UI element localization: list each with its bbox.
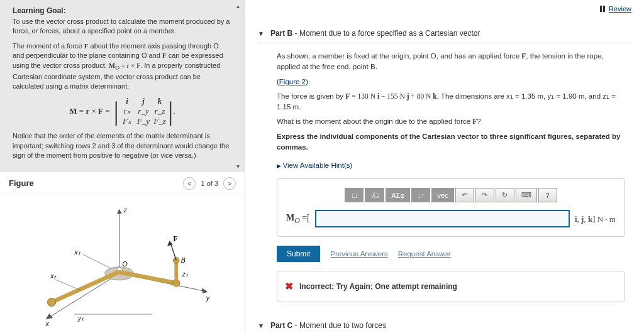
- feedback-text: Incorrect; Try Again; One attempt remain…: [299, 281, 457, 292]
- svg-text:y: y: [206, 295, 210, 302]
- tool-redo-button[interactable]: ↷: [475, 188, 494, 202]
- goal-paragraph-4: Notice that the order of the elements of…: [13, 131, 232, 160]
- goal-paragraph-2: The moment of a force F about the moment…: [13, 41, 232, 92]
- request-answer-link[interactable]: Request Answer: [398, 249, 451, 259]
- tool-help-button[interactable]: ?: [538, 188, 557, 202]
- learning-goal-section: ▴ ▾ Learning Goal: To use the vector cro…: [0, 0, 245, 172]
- figure-2-link[interactable]: (Figure 2): [277, 78, 308, 85]
- goal-paragraph-1: To use the vector cross product to calcu…: [13, 17, 232, 36]
- review-link[interactable]: Review: [258, 5, 631, 13]
- goal-scrollbar[interactable]: ▴ ▾: [233, 3, 242, 170]
- answer-box: □ √□ ΑΣφ ↓↑ vec ↶ ↷ ↻ ⌨ ? MO =[ i, j, k]…: [277, 178, 625, 237]
- part-c-title: Part C - Moment due to two forces: [270, 321, 386, 330]
- partb-instruction: Express the individual components of the…: [277, 131, 625, 153]
- matrix-equation: M = r × F = | ijk rₓr_yr_z FₓF_yF_z |.: [13, 96, 232, 126]
- answer-input-row: MO =[ i, j, k] N · m: [286, 210, 616, 227]
- tool-vec-button[interactable]: vec: [431, 188, 453, 202]
- submit-button[interactable]: Submit: [277, 246, 320, 262]
- learning-goal-heading: Learning Goal:: [13, 6, 232, 15]
- svg-text:O: O: [123, 260, 128, 267]
- part-b-title: Part B - Moment due to a force specified…: [270, 29, 480, 38]
- figure-next-button[interactable]: >: [223, 177, 236, 190]
- caret-down-icon: ▼: [258, 322, 264, 329]
- submit-row: Submit Previous Answers Request Answer: [277, 246, 625, 262]
- mo-label: MO =[: [286, 211, 310, 226]
- figure-diagram: z y x O B F x₁: [6, 202, 238, 327]
- part-b-body: As shown, a member is fixed at the origi…: [258, 51, 631, 308]
- svg-text:z: z: [123, 207, 127, 214]
- review-icon: [600, 6, 606, 12]
- svg-text:B: B: [181, 257, 186, 264]
- figure-prev-button[interactable]: <: [183, 177, 196, 190]
- svg-line-24: [55, 279, 80, 290]
- svg-marker-7: [46, 314, 53, 320]
- left-panel: ▴ ▾ Learning Goal: To use the vector cro…: [0, 0, 245, 333]
- partb-question: What is the moment about the origin due …: [277, 116, 625, 127]
- svg-line-12: [52, 272, 118, 302]
- figure-counter: 1 of 3: [201, 180, 218, 187]
- part-b-header[interactable]: ▼ Part B - Moment due to a force specifi…: [258, 24, 631, 43]
- tool-template-button[interactable]: □: [345, 188, 364, 202]
- scroll-down-icon[interactable]: ▾: [236, 163, 240, 170]
- svg-text:y₁: y₁: [77, 314, 84, 321]
- svg-text:x₁: x₁: [74, 248, 80, 255]
- partb-p1: As shown, a member is fixed at the origi…: [277, 51, 625, 73]
- figure-body: z y x O B F x₁: [0, 195, 245, 333]
- svg-text:x: x: [45, 320, 50, 327]
- partb-p2: The force is given by F = 130 N i − 155 …: [277, 91, 625, 113]
- previous-answers-link[interactable]: Previous Answers: [330, 249, 387, 259]
- figure-header: Figure < 1 of 3 >: [0, 172, 245, 195]
- svg-marker-4: [202, 288, 208, 293]
- svg-point-13: [47, 298, 55, 306]
- tool-sqrt-button[interactable]: √□: [365, 188, 384, 202]
- equation-toolbar: □ √□ ΑΣφ ↓↑ vec ↶ ↷ ↻ ⌨ ?: [286, 188, 616, 202]
- svg-line-6: [47, 273, 119, 318]
- figure-title: Figure: [9, 178, 34, 188]
- tool-reset-button[interactable]: ↻: [496, 188, 514, 202]
- figure-nav: < 1 of 3 >: [183, 177, 236, 190]
- unit-label: i, j, k] N · m: [575, 213, 616, 226]
- svg-marker-20: [167, 240, 173, 246]
- svg-text:x₂: x₂: [50, 272, 57, 279]
- scroll-up-icon[interactable]: ▴: [236, 3, 240, 9]
- view-hints-link[interactable]: View Available Hint(s): [277, 160, 352, 171]
- svg-text:z₁: z₁: [182, 271, 188, 278]
- answer-input[interactable]: [315, 210, 570, 227]
- part-c-header[interactable]: ▼ Part C - Moment due to two forces: [258, 316, 631, 333]
- svg-text:F: F: [173, 234, 177, 242]
- svg-marker-1: [117, 209, 122, 214]
- incorrect-icon: ✖: [285, 279, 293, 294]
- right-panel: Review ▼ Part B - Moment due to a force …: [245, 0, 644, 333]
- svg-line-22: [83, 254, 112, 268]
- tool-keyboard-button[interactable]: ⌨: [516, 188, 537, 202]
- feedback-box: ✖ Incorrect; Try Again; One attempt rema…: [277, 271, 625, 302]
- tool-subscript-button[interactable]: ↓↑: [411, 188, 430, 202]
- tool-undo-button[interactable]: ↶: [455, 188, 474, 202]
- caret-down-icon: ▼: [258, 30, 264, 37]
- tool-greek-button[interactable]: ΑΣφ: [386, 188, 410, 202]
